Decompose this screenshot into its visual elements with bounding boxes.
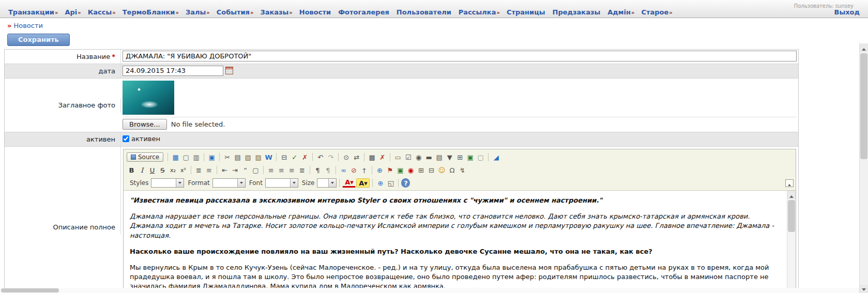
create-div-icon[interactable]: ▢	[251, 165, 261, 175]
table-icon[interactable]: ⊞	[416, 165, 426, 175]
align-center-icon[interactable]: ≡	[277, 165, 286, 175]
editor-scrollbar[interactable]	[787, 191, 796, 293]
underline-icon[interactable]: U	[147, 165, 157, 175]
page-vertical-scrollbar[interactable]	[859, 43, 868, 293]
paste-icon[interactable]: ▧	[243, 152, 253, 162]
special-char-icon[interactable]: Ω	[447, 165, 457, 175]
calendar-icon[interactable]	[225, 67, 233, 74]
nav-staroe[interactable]: Старое»	[641, 8, 672, 16]
bidi-rtl-icon[interactable]: ¶	[323, 165, 333, 175]
align-left-icon[interactable]: ≡	[266, 165, 276, 175]
globe-icon[interactable]: ⊕	[375, 165, 385, 175]
align-justify-icon[interactable]: ≣	[297, 165, 307, 175]
show-blocks-icon[interactable]: ◱	[386, 178, 395, 188]
bidi-ltr-icon[interactable]: ¶	[313, 165, 323, 175]
nav-predzakazy[interactable]: Предзаказы	[553, 8, 601, 16]
new-page-icon[interactable]: ▢	[181, 152, 191, 162]
date-input[interactable]	[123, 66, 223, 76]
editor-text[interactable]: "Известная певица рассказала в эксклюзив…	[124, 191, 796, 293]
chart-icon[interactable]: ◢	[491, 152, 501, 162]
scroll-up-icon[interactable]	[787, 191, 796, 199]
spellcheck-icon[interactable]: ✓	[290, 152, 299, 162]
nav-transactions[interactable]: Транзакции»	[8, 8, 58, 16]
page-break-icon[interactable]: ↯	[458, 165, 467, 175]
copy-icon[interactable]: ▤	[233, 152, 242, 162]
select-all-icon[interactable]: ▩	[367, 152, 377, 162]
smiley-icon[interactable]: ☺	[437, 165, 447, 175]
page-scrollbar-thumb[interactable]	[860, 53, 867, 159]
nav-kassy[interactable]: Кассы»	[88, 8, 116, 16]
nav-api[interactable]: Api»	[65, 8, 81, 16]
horizontal-scrollbar-thumb[interactable]	[1, 288, 59, 292]
italic-icon[interactable]: I	[137, 165, 147, 175]
replace-icon[interactable]: ⇄	[352, 152, 361, 162]
text-field-icon[interactable]: ▬	[424, 152, 434, 162]
align-right-icon[interactable]: ≡	[287, 165, 297, 175]
find-icon[interactable]: ⊙	[341, 152, 351, 162]
active-checkbox[interactable]	[123, 135, 129, 142]
cut-icon[interactable]: ✂	[222, 152, 232, 162]
nav-novosti[interactable]: Новости	[299, 8, 331, 16]
hidden-field-icon[interactable]: ▢	[476, 152, 485, 162]
numbered-list-icon[interactable]: ≣	[194, 165, 204, 175]
nav-polzovateli[interactable]: Пользователи	[397, 8, 452, 16]
styles-dropdown[interactable]	[151, 178, 184, 188]
paste-text-icon[interactable]: ▨	[253, 152, 263, 162]
print-icon[interactable]: ⊟	[279, 152, 289, 162]
nav-sobytiya[interactable]: События»	[217, 8, 254, 16]
blockquote-icon[interactable]: “	[240, 165, 250, 175]
logout-link[interactable]: Выход	[834, 8, 860, 16]
subscript-icon[interactable]: x₂	[168, 165, 178, 175]
bg-color-icon[interactable]: A▾	[356, 178, 370, 188]
nav-rassylka[interactable]: Рассылка»	[459, 8, 500, 16]
format-dropdown[interactable]	[212, 178, 246, 188]
nav-stranicy[interactable]: Страницы	[507, 8, 546, 16]
alert-icon[interactable]: ◉	[406, 165, 416, 175]
scroll-up-icon[interactable]	[860, 43, 868, 52]
nav-zaly[interactable]: Залы»	[186, 8, 210, 16]
toolbar-collapse-button[interactable]	[785, 179, 794, 187]
radio-icon[interactable]: ◉	[414, 152, 423, 162]
templates-icon[interactable]: ▣	[207, 152, 217, 162]
text-color-icon[interactable]: A▾	[342, 178, 356, 188]
image-icon[interactable]: ▣	[395, 165, 405, 175]
nav-fotogalereya[interactable]: Фотогалерея	[338, 8, 390, 16]
breadcrumb-news-link[interactable]: Новости	[13, 22, 43, 29]
scroll-down-icon[interactable]	[860, 285, 868, 293]
select-field-icon[interactable]: ▼	[445, 152, 454, 162]
preview-icon[interactable]: ▥	[191, 152, 201, 162]
image-button-icon[interactable]: ▣	[465, 152, 475, 162]
anchor-icon[interactable]: †	[359, 165, 369, 175]
textarea-icon[interactable]: ▤	[434, 152, 444, 162]
link-icon[interactable]: ∞	[339, 165, 348, 175]
bold-icon[interactable]: B	[127, 165, 136, 175]
undo-icon[interactable]: ↶	[315, 152, 325, 162]
nav-admin[interactable]: Адмін»	[607, 8, 634, 16]
browse-button[interactable]: Browse...	[123, 119, 167, 130]
save-icon[interactable]: ▦	[171, 152, 180, 162]
horizontal-rule-icon[interactable]: ⊟	[427, 165, 436, 175]
flag-icon[interactable]: ⚑	[385, 165, 395, 175]
bulleted-list-icon[interactable]: ≡	[204, 165, 214, 175]
scayt-icon[interactable]: ✗	[300, 152, 310, 162]
strike-icon[interactable]: S	[158, 165, 167, 175]
title-input[interactable]	[123, 51, 797, 61]
maximize-icon[interactable]: ⊕	[375, 178, 385, 188]
superscript-icon[interactable]: x²	[178, 165, 188, 175]
save-button[interactable]: Сохранить	[7, 34, 70, 46]
editor-scrollbar-thumb[interactable]	[788, 200, 795, 232]
nav-zakazy[interactable]: Заказы»	[260, 8, 292, 16]
form-icon[interactable]: ▭	[393, 152, 403, 162]
nav-termoblanki[interactable]: ТермоБланки»	[123, 8, 179, 16]
about-icon[interactable]: ?	[401, 178, 410, 188]
remove-format-icon[interactable]: ✗	[377, 152, 387, 162]
unlink-icon[interactable]: ⊘	[349, 165, 359, 175]
source-button[interactable]: Source	[127, 152, 163, 162]
page-horizontal-scrollbar[interactable]	[0, 288, 859, 293]
redo-icon[interactable]: ↷	[326, 152, 336, 162]
font-dropdown[interactable]	[265, 178, 298, 188]
outdent-icon[interactable]: ⇤	[220, 165, 230, 175]
indent-icon[interactable]: ⇥	[230, 165, 240, 175]
checkbox-icon[interactable]: ☑	[403, 152, 413, 162]
size-dropdown[interactable]	[317, 178, 337, 188]
